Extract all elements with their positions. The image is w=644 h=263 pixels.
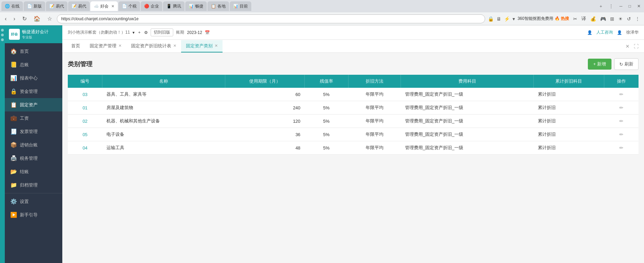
sidebar-item-funds-label: 资金管理 xyxy=(20,88,38,95)
dropdown-arrow-icon[interactable]: ▾ xyxy=(132,30,135,35)
app-tab-depreciation-label: 固定资产折旧统计表 xyxy=(131,43,171,49)
more-icon[interactable]: ⋮ xyxy=(634,15,641,22)
browser-tab-muqian[interactable]: 📊 目前 xyxy=(230,1,251,11)
table-row: 02 机器、机械和其他生产设备 120 5% 年限平均 管理费用_固定资产折旧_… xyxy=(68,115,639,128)
app-tab-assets-mgmt[interactable]: 固定资产管理 ✕ xyxy=(85,40,126,52)
forward-btn[interactable]: › xyxy=(11,14,17,23)
sidebar-logo: 好会 畅捷通好会计 专业版 xyxy=(9,29,58,40)
close-window-btn[interactable]: ✕ xyxy=(635,3,643,9)
switch-old-version-btn[interactable]: 切到旧版 xyxy=(151,28,173,36)
add-category-btn[interactable]: + 新增 xyxy=(588,59,611,70)
row4-period: 48 xyxy=(225,141,304,155)
site-info-icon[interactable]: 🔒 xyxy=(488,16,494,22)
sun-icon[interactable]: ☀ xyxy=(617,15,624,22)
dropdown-icon[interactable]: ▾ xyxy=(513,16,515,22)
sidebar-item-sales-label: 进销台账 xyxy=(20,142,38,148)
calendar-icon[interactable]: 📅 xyxy=(205,30,210,35)
col-code: 编号 xyxy=(68,75,102,88)
sidebar-item-invoices[interactable]: 🧾 发票管理 xyxy=(5,125,62,138)
sales-icon: 📦 xyxy=(10,142,17,148)
bookmark-btn[interactable]: ☆ xyxy=(45,14,54,23)
row1-expense: 管理费用_固定资产折旧_一级 xyxy=(401,101,534,115)
app-tab-categories-close[interactable]: ✕ xyxy=(215,44,218,48)
wallet-icon[interactable]: 💰 xyxy=(589,15,597,22)
minimize-btn[interactable]: ─ xyxy=(617,3,624,9)
boost-icon[interactable]: ⚡ xyxy=(504,16,510,22)
app-tab-assets-mgmt-close[interactable]: ✕ xyxy=(118,44,122,48)
row3-edit-btn[interactable]: ✏ xyxy=(619,132,623,137)
sidebar-item-archive-label: 归档管理 xyxy=(20,182,38,188)
row4-edit-btn[interactable]: ✏ xyxy=(619,145,623,151)
reload-btn[interactable]: ↻ xyxy=(20,14,29,23)
sidebar-item-tax[interactable]: 🖨️ 税务管理 xyxy=(5,152,62,165)
browser-tab-gedi[interactable]: 📋 各地 xyxy=(207,1,229,11)
sidebar-item-reports[interactable]: 📊 报表中心 xyxy=(5,71,62,85)
sidebar-item-close-accounts[interactable]: 📂 结账 xyxy=(5,165,62,178)
app-tab-assets-mgmt-label: 固定资产管理 xyxy=(90,43,116,49)
undo-icon[interactable]: ↺ xyxy=(626,15,632,22)
maximize-btn[interactable]: □ xyxy=(627,3,633,9)
sidebar-divider xyxy=(5,193,62,193)
address-input[interactable] xyxy=(57,14,485,23)
browser-tab-yidai1[interactable]: 📝 易代 xyxy=(46,1,67,11)
browser-tab-qiye[interactable]: 🔴 企业 xyxy=(141,1,162,11)
translate-icon[interactable]: 译 xyxy=(580,15,588,23)
row0-edit-btn[interactable]: ✏ xyxy=(619,92,623,97)
cast-icon[interactable]: 🖥 xyxy=(496,16,501,22)
sidebar-item-home[interactable]: 🏠 首页 xyxy=(5,45,62,58)
new-tab-btn[interactable]: ＋ xyxy=(597,3,605,10)
row4-code-link[interactable]: 04 xyxy=(83,145,87,151)
row0-name: 器具、工具、家具等 xyxy=(102,88,225,101)
user-name[interactable]: 徐泽华 xyxy=(626,29,639,35)
left-strip xyxy=(0,25,5,263)
sidebar-item-settings-label: 设置 xyxy=(20,199,29,205)
browser-tab-geshui[interactable]: 📄 个税 xyxy=(118,1,140,11)
app-tab-categories[interactable]: 固定资产类别 ✕ xyxy=(181,40,223,52)
sidebar-item-fixed-assets[interactable]: 📋 固定资产 xyxy=(5,98,62,111)
row1-code-link[interactable]: 01 xyxy=(83,105,87,110)
tab-menu-btn[interactable]: ⋮ xyxy=(607,3,615,9)
sidebar-item-home-label: 首页 xyxy=(20,48,29,55)
app-tab-depreciation-close[interactable]: ✕ xyxy=(173,44,176,48)
hot-search[interactable]: 🔥 热搜 xyxy=(555,16,569,22)
row3-code-link[interactable]: 05 xyxy=(83,132,87,137)
tab-close-haohuiji[interactable]: ✕ xyxy=(111,4,114,9)
row2-code-link[interactable]: 02 xyxy=(83,119,87,124)
sidebar-item-payroll[interactable]: 💼 工资 xyxy=(5,111,62,125)
refresh-btn[interactable]: ↻ 刷新 xyxy=(614,58,639,70)
row2-edit-btn[interactable]: ✏ xyxy=(619,118,623,124)
browser-tab-yidai2[interactable]: 📝 易代 xyxy=(68,1,90,11)
browser-tab-online[interactable]: 🌐 在线 xyxy=(1,1,23,11)
cloud-icon: ☁️ xyxy=(94,4,99,9)
row0-method: 年限平均 xyxy=(348,88,401,101)
app-tab-home[interactable]: 首页 xyxy=(66,40,85,52)
maximize-panel-icon[interactable]: ⛶ xyxy=(632,43,640,50)
back-btn[interactable]: ‹ xyxy=(3,14,9,23)
app-tab-depreciation[interactable]: 固定资产折旧统计表 ✕ xyxy=(126,40,181,52)
home-btn[interactable]: 🏠 xyxy=(31,14,42,23)
add-account-icon[interactable]: ＋ xyxy=(137,29,141,35)
browser-tab-changjie[interactable]: 📊 畅捷 xyxy=(185,1,207,11)
grid-icon[interactable]: ⊞ xyxy=(609,15,616,22)
help-label[interactable]: 人工咨询 xyxy=(596,29,613,35)
row3-residual: 5% xyxy=(304,128,348,141)
browser-tab-new[interactable]: 📄 新版 xyxy=(24,1,45,11)
browser-tab-haohuiji[interactable]: ☁️ 好会 ✕ xyxy=(90,1,118,11)
settings-account-icon[interactable]: ⚙ xyxy=(144,30,148,35)
col-action: 操作 xyxy=(604,75,639,88)
row0-code-link[interactable]: 03 xyxy=(83,92,87,97)
sidebar-item-guide[interactable]: ▶️ 新手引导 xyxy=(5,208,62,222)
refresh-label: 刷新 xyxy=(624,61,633,67)
game-icon[interactable]: 🎮 xyxy=(599,15,607,22)
sidebar-item-funds[interactable]: 🔒 资金管理 xyxy=(5,85,62,98)
sidebar-item-archive[interactable]: 📁 归档管理 xyxy=(5,178,62,192)
browser-tab-bar: 🌐 在线 📄 新版 📝 易代 📝 易代 ☁️ 好会 ✕ 📄 个税 🔴 企业 xyxy=(0,0,644,12)
scissors-icon[interactable]: ✂ xyxy=(572,15,579,22)
sidebar-item-settings[interactable]: ⚙️ 设置 xyxy=(5,195,62,208)
doc-icon: 📄 xyxy=(27,4,32,9)
close-panel-icon[interactable]: ✕ xyxy=(624,43,631,50)
sidebar-item-general-ledger[interactable]: 📒 总账 xyxy=(5,58,62,71)
sidebar-item-sales[interactable]: 📦 进销台账 xyxy=(5,138,62,152)
row1-edit-btn[interactable]: ✏ xyxy=(619,105,623,110)
browser-tab-tengxun[interactable]: 📱 腾讯 xyxy=(163,1,185,11)
